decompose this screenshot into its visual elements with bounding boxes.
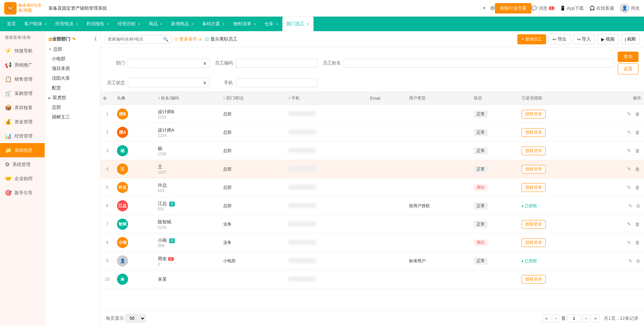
dept-item-plant[interactable]: 插树王三 — [45, 112, 100, 122]
close-icon[interactable]: ✕ — [138, 22, 140, 26]
col-settings[interactable]: ⚙ — [100, 92, 114, 105]
delete-button[interactable]: 🗑 — [634, 184, 641, 191]
next-page-button[interactable]: › — [582, 315, 590, 322]
auth-button[interactable]: 授权登录 — [521, 110, 546, 118]
search-input[interactable] — [108, 37, 163, 42]
sidebar-item-sales[interactable]: 📋 销售管理 — [0, 72, 45, 86]
auth-button[interactable]: 授权登录 — [521, 165, 546, 174]
copy-button[interactable]: ⧉ — [635, 202, 641, 210]
per-page-select[interactable]: 50 100 200 — [125, 314, 146, 323]
dept-item-hq[interactable]: 总部 — [45, 103, 100, 112]
user-area[interactable]: 👤 用友 — [620, 3, 640, 13]
message-button[interactable]: 💬 消息 6 — [532, 5, 554, 11]
set-button[interactable]: 设置 — [618, 63, 638, 74]
nav-item-warehouse[interactable]: 仓库 ✕ — [260, 17, 282, 31]
nav-item-customers[interactable]: 客户联络 ✕ — [20, 17, 51, 31]
delete-button[interactable]: 🗑 — [634, 147, 641, 154]
nav-item-new-product[interactable]: 新增商品 ✕ — [167, 17, 198, 31]
nav-item-products[interactable]: 商品 ✕ — [145, 17, 167, 31]
edit-button[interactable]: ✎ — [626, 147, 633, 154]
auth-button[interactable]: 授权登录 — [521, 183, 546, 192]
sidebar-item-finance[interactable]: 💰 资金管理 — [0, 115, 45, 129]
export-button[interactable]: ↩ 导出 — [549, 34, 570, 44]
sidebar-item-cooperation[interactable]: 🤝 企业协同 — [0, 171, 45, 186]
sidebar-item-marketing[interactable]: 📢 营销推广 — [0, 58, 45, 72]
sidebar-item-system[interactable]: ⚙ 系统管理 — [0, 157, 45, 171]
nav-item-home[interactable]: 首页 — [3, 17, 20, 31]
dept-item-dual[interactable]: ▶ 双虎想 — [45, 93, 100, 103]
auth-button[interactable]: 授权登录 — [521, 238, 546, 247]
query-button[interactable]: 查询 — [618, 52, 638, 62]
col-name[interactable]: ↕ 姓名/编码 — [155, 92, 220, 105]
sidebar-item-business[interactable]: 📊 经营管理 — [0, 129, 45, 143]
edit-button[interactable]: ✎ — [626, 166, 633, 173]
delete-button[interactable]: 🗑 — [634, 221, 641, 228]
delete-button[interactable]: 🗑 — [634, 129, 641, 136]
edit-button[interactable]: ✎ — [626, 184, 633, 191]
page-input[interactable] — [567, 315, 581, 322]
close-icon[interactable]: ✕ — [107, 22, 109, 26]
prev-page-button[interactable]: ‹ — [552, 315, 560, 322]
other-button[interactable]: | 截断 — [621, 34, 640, 44]
nav-item-bom[interactable]: 物料清单 ✕ — [229, 17, 260, 31]
edit-button[interactable]: ✎ — [626, 239, 633, 246]
close-icon[interactable]: ✕ — [191, 22, 194, 26]
delete-button[interactable]: 🗑 — [634, 239, 641, 246]
app-download-button[interactable]: 📱 App下载 — [560, 5, 584, 11]
close-icon[interactable]: ✕ — [275, 22, 278, 26]
edit-button[interactable]: ✎ — [626, 111, 633, 117]
copy-button[interactable]: ⧉ — [635, 257, 641, 265]
auth-button[interactable]: 授权登录 — [521, 275, 546, 284]
close-icon[interactable]: ✕ — [75, 22, 78, 26]
auth-button[interactable]: 授权登录 — [521, 128, 546, 137]
nav-item-barcode[interactable]: 条码方案 ✕ — [198, 17, 229, 31]
last-page-button[interactable]: » — [591, 315, 600, 322]
edit-button[interactable]: ✎ — [627, 257, 634, 264]
edit-button[interactable]: ✎ — [627, 202, 634, 209]
close-icon[interactable]: ✕ — [44, 22, 47, 26]
sidebar-item-quick[interactable]: ⚡ 快捷导航 — [0, 44, 45, 58]
emp-name-input[interactable] — [344, 59, 614, 68]
edit-button[interactable]: ✎ — [626, 129, 633, 136]
nav-item-employees[interactable]: 部门员工 ✕ — [282, 17, 314, 31]
sidebar-item-inventory[interactable]: 📦 库存核算 — [0, 100, 45, 115]
show-resigned-toggle[interactable]: ☑ 显示离职员工 — [205, 36, 237, 42]
nav-item-operations[interactable]: 经营情况 ✕ — [51, 17, 82, 31]
close-icon-employees[interactable]: ✕ — [307, 22, 309, 26]
dept-item-distribution[interactable]: 配货 — [45, 83, 100, 93]
dept-filter-select[interactable]: ∨ — [128, 59, 210, 68]
delete-button[interactable]: 🗑 — [634, 166, 641, 173]
import-button[interactable]: ↪ 导入 — [573, 34, 595, 44]
nav-item-history[interactable]: 经营历程 ✕ — [114, 17, 145, 31]
delete-button[interactable]: 🗑 — [634, 111, 641, 117]
close-icon[interactable]: ✕ — [222, 22, 225, 26]
sidebar-item-basic[interactable]: 📁 基础信息 — [0, 143, 45, 157]
dropdown-arrow[interactable]: ▼ — [482, 6, 487, 11]
dept-edit-icon[interactable]: ✎ — [72, 37, 76, 42]
sidebar-item-purchase[interactable]: 🛒 采购管理 — [0, 86, 45, 100]
sidebar-item-guide[interactable]: 🎯 新手引导 — [0, 186, 45, 200]
close-icon[interactable]: ✕ — [253, 22, 256, 26]
col-phone[interactable]: ↕ 手机 — [285, 92, 367, 105]
dept-item-project[interactable]: 项目库房 — [45, 64, 100, 73]
dept-collapse-icon[interactable]: 《 — [92, 36, 97, 42]
dept-item-small-elec[interactable]: 小电部 — [45, 54, 100, 64]
add-employee-button[interactable]: + 新增员工 — [517, 34, 546, 44]
trial-button[interactable]: 体验行业方案 — [495, 3, 532, 14]
nav-item-profit[interactable]: 利润报告 ✕ — [82, 17, 114, 31]
phone-input[interactable] — [236, 78, 318, 87]
emp-code-input[interactable] — [236, 59, 318, 68]
view-button[interactable]: ▶ 视频 — [597, 34, 618, 44]
auth-button[interactable]: 授权登录 — [521, 220, 546, 229]
close-icon[interactable]: ✕ — [160, 22, 163, 26]
settings-icon[interactable]: ⚙ — [490, 5, 495, 11]
dept-item-general[interactable]: ▼ 总部 — [45, 44, 100, 54]
more-conditions-button[interactable]: ▽ 更多条件 ∧ — [174, 36, 202, 42]
dept-item-shenyang[interactable]: 沈阳大库 — [45, 73, 100, 83]
first-page-button[interactable]: « — [542, 315, 551, 322]
col-dept[interactable]: ↕ 部门/职位 — [220, 92, 286, 105]
auth-button[interactable]: 授权登录 — [521, 147, 546, 155]
online-service-button[interactable]: 🎧 在线客服 — [589, 5, 614, 11]
status-filter-select[interactable]: ∨ — [128, 78, 210, 87]
edit-button[interactable]: ✎ — [626, 221, 633, 228]
